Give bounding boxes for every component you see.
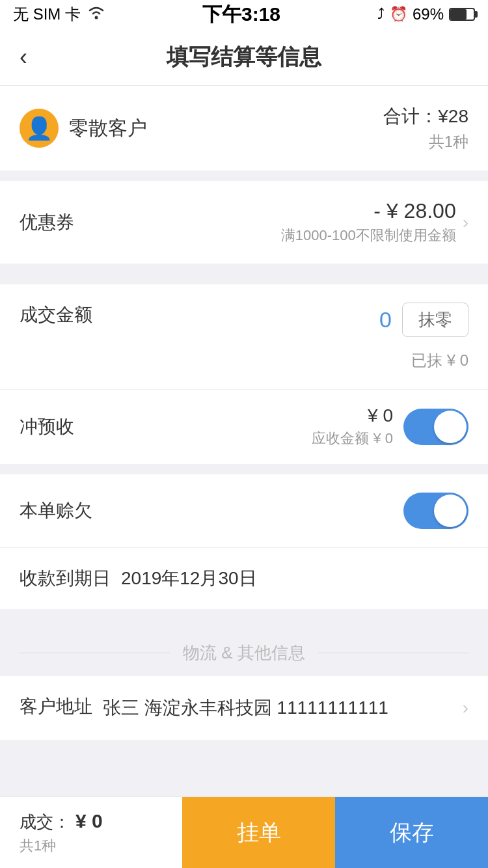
address-label: 客户地址 <box>20 694 92 719</box>
battery-icon <box>449 8 475 21</box>
customer-left: 👤 零散客户 <box>20 109 147 148</box>
debt-section: 本单赊欠 收款到期日 2019年12月30日 <box>0 474 488 609</box>
content: 👤 零散客户 合计：¥28 共1种 优惠券 - ¥ 28.00 满1000-10… <box>0 86 488 818</box>
toggle-knob <box>434 411 467 443</box>
customer-name: 零散客户 <box>69 115 147 142</box>
charge-label: 冲预收 <box>20 414 74 439</box>
amount-value[interactable]: 0 <box>379 307 392 332</box>
address-left: 客户地址 张三 海淀永丰科技园 11111111111 <box>20 694 388 722</box>
coupon-row[interactable]: 优惠券 - ¥ 28.00 满1000-100不限制使用金额 › <box>0 181 488 264</box>
bottom-transaction-row: 成交： ¥ 0 <box>20 810 163 834</box>
chevron-right-icon: › <box>463 212 468 233</box>
customer-right: 合计：¥28 共1种 <box>383 104 468 152</box>
bottom-info: 成交： ¥ 0 共1种 <box>0 810 182 856</box>
debt-toggle-knob <box>434 495 467 527</box>
status-time: 下午3:18 <box>202 1 280 28</box>
bottom-transaction-amount: ¥ 0 <box>75 810 103 832</box>
bottom-count: 共1种 <box>20 836 163 856</box>
status-right: ⤴ ⏰ 69% <box>377 5 475 23</box>
gray-separator <box>0 274 488 284</box>
save-button[interactable]: 保存 <box>335 797 488 868</box>
charge-amount: ¥ 0 <box>312 405 393 426</box>
status-left: 无 SIM 卡 <box>13 4 105 25</box>
total-amount: 合计：¥28 <box>383 104 468 129</box>
bottom-transaction-label: 成交： <box>20 811 70 834</box>
logistics-line-right <box>318 653 468 653</box>
carrier-text: 无 SIM 卡 <box>13 4 81 25</box>
address-row[interactable]: 客户地址 张三 海淀永丰科技园 11111111111 › <box>0 676 488 740</box>
charge-right: ¥ 0 应收金额 ¥ 0 <box>312 405 468 448</box>
avatar-icon: 👤 <box>25 115 53 141</box>
amount-sub: 已抹 ¥ 0 <box>411 350 468 371</box>
logistics-line-left <box>20 653 170 653</box>
due-date-value[interactable]: 2019年12月30日 <box>121 566 257 591</box>
page-title: 填写结算等信息 <box>167 42 321 72</box>
due-date-row: 收款到期日 2019年12月30日 <box>0 547 488 609</box>
amount-right: 0 抹零 已抹 ¥ 0 <box>379 303 468 371</box>
logistics-section: 物流 & 其他信息 <box>0 619 488 676</box>
total-count: 共1种 <box>383 131 468 152</box>
location-icon: ⤴ <box>377 6 385 23</box>
svg-point-0 <box>95 16 98 20</box>
charge-info: ¥ 0 应收金额 ¥ 0 <box>312 405 393 448</box>
coupon-info: - ¥ 28.00 满1000-100不限制使用金额 <box>281 199 456 245</box>
avatar: 👤 <box>20 109 59 148</box>
logistics-title: 物流 & 其他信息 <box>183 642 305 664</box>
coupon-right: - ¥ 28.00 满1000-100不限制使用金额 › <box>281 199 468 245</box>
amount-row: 成交金额 0 抹零 已抹 ¥ 0 <box>0 284 488 389</box>
debt-label: 本单赊欠 <box>20 498 92 523</box>
status-bar: 无 SIM 卡 下午3:18 ⤴ ⏰ 69% <box>0 0 488 29</box>
amount-label: 成交金额 <box>20 303 92 327</box>
alarm-icon: ⏰ <box>390 6 407 23</box>
coupon-label: 优惠券 <box>20 210 74 235</box>
debt-toggle[interactable] <box>403 493 468 529</box>
gray-separator-2 <box>0 464 488 474</box>
coupon-section: 优惠券 - ¥ 28.00 满1000-100不限制使用金额 › <box>0 181 488 264</box>
address-chevron-icon: › <box>463 698 468 718</box>
nav-bar: ‹ 填写结算等信息 <box>0 29 488 86</box>
bottom-bar: 成交： ¥ 0 共1种 挂单 保存 <box>0 796 488 868</box>
charge-prepay-row: 冲预收 ¥ 0 应收金额 ¥ 0 <box>0 389 488 464</box>
address-value: 张三 海淀永丰科技园 11111111111 <box>103 694 388 722</box>
back-button[interactable]: ‹ <box>20 44 27 71</box>
round-button[interactable]: 抹零 <box>402 303 468 337</box>
coupon-description: 满1000-100不限制使用金额 <box>281 226 456 245</box>
address-section: 客户地址 张三 海淀永丰科技园 11111111111 › <box>0 676 488 740</box>
debt-row: 本单赊欠 <box>0 474 488 547</box>
transaction-section: 成交金额 0 抹零 已抹 ¥ 0 冲预收 ¥ 0 应收金额 ¥ 0 <box>0 284 488 464</box>
customer-row: 👤 零散客户 合计：¥28 共1种 <box>0 86 488 170</box>
charge-toggle[interactable] <box>403 409 468 445</box>
battery-text: 69% <box>413 5 444 23</box>
hold-button[interactable]: 挂单 <box>182 797 335 868</box>
wifi-icon <box>87 5 105 23</box>
charge-sub: 应收金额 ¥ 0 <box>312 429 393 448</box>
due-label: 收款到期日 <box>20 566 111 591</box>
amount-input-row: 0 抹零 <box>379 303 468 337</box>
customer-section: 👤 零散客户 合计：¥28 共1种 <box>0 86 488 170</box>
coupon-discount: - ¥ 28.00 <box>281 199 456 223</box>
logistics-header: 物流 & 其他信息 <box>0 630 488 676</box>
